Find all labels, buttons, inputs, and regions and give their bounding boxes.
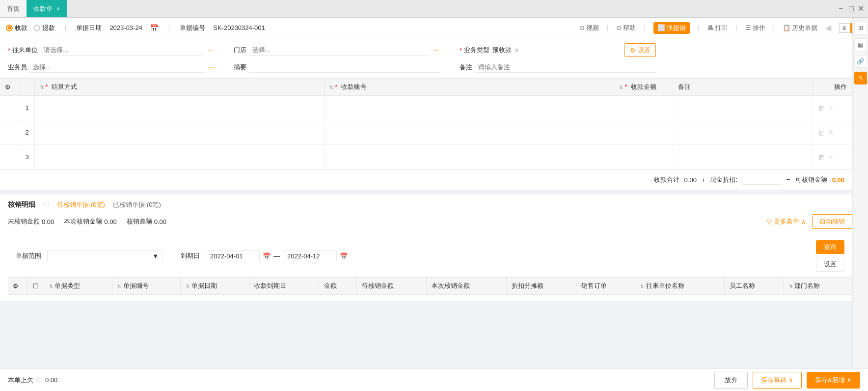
query-btn[interactable]: 查询 [816,240,844,254]
biztype-field: * 业务类型 预收款 ▼ ⚙ 设置 [460,43,656,57]
tab-home[interactable]: 首页 [0,0,27,17]
counterpart-label: 往来单位 [12,46,38,55]
history-btn[interactable]: 📋 历史单据 [783,24,817,32]
stats-row: 未核销金额 0.00 本次核销金额 0.00 核销差额 0.00 ▽ 更多条件 … [8,214,852,229]
settings-gear-icon: ⚙ [630,47,636,54]
nav-left[interactable]: ◀ [823,23,833,32]
salesperson-more-btn[interactable]: ··· [208,63,214,72]
calendar-icon-to[interactable]: 📅 [340,252,348,260]
diff-stat: 核销差额 0.00 [127,217,166,226]
date-from-input[interactable] [206,250,260,262]
row3-delete-icon[interactable]: 🗑 [818,153,825,161]
row2-remark[interactable] [673,120,813,145]
counterpart-more-btn[interactable]: ··· [208,46,214,55]
btcol-pending: 待核销金额 [357,278,427,295]
btcol-checkbox[interactable]: ☐ [27,278,44,295]
save-draft-arrow[interactable]: ∧ [788,376,793,384]
calendar-icon-from[interactable]: 📅 [263,252,271,260]
row2-account[interactable] [324,120,614,145]
main-form: * 往来单位 ··· 门店 ··· * 业务类型 预收款 ▼ [0,38,868,190]
minimize-btn[interactable]: － [837,3,845,14]
salesperson-input[interactable] [30,62,205,73]
row3-amount[interactable] [614,145,673,169]
discount-input[interactable] [742,175,782,185]
help-btn[interactable]: ⊙ 帮助 [616,24,636,32]
limit-info-icon[interactable]: ⓘ [36,376,42,384]
row3-settlement[interactable] [34,145,324,169]
row2-delete-icon[interactable]: 🗑 [818,129,825,137]
counterpart-input[interactable] [41,45,205,56]
range-label: 单据范围 [16,251,41,260]
video-btn[interactable]: ⊙ 视频 [579,24,599,32]
row2-settlement[interactable] [34,120,324,145]
row1-account[interactable] [324,96,614,120]
number-label: 单据编号 [180,24,205,32]
row3-copy-icon[interactable]: ⎘ [829,153,833,161]
total-value: 0.00 [684,176,697,184]
chevron-up-icon: ∧ [801,218,806,225]
range-select[interactable]: ▼ [47,250,163,262]
maximize-btn[interactable]: □ [849,4,854,13]
date-to-input[interactable] [283,250,337,262]
store-input[interactable] [249,45,431,56]
sidebar-edit-icon[interactable]: ✎ [854,72,867,84]
due-date-label: 到期日 [181,251,200,260]
done-tab[interactable]: 已核销单据 (0笔) [113,200,161,209]
save-new-arrow[interactable]: ∧ [847,376,852,384]
table-settings-btn[interactable]: 设置 [816,257,844,272]
radio-tuikuan-dot [33,25,40,31]
save-draft-btn[interactable]: 保存草稿 ∧ [753,372,802,389]
summary-row: 收款合计 0.00 + 现金折扣: = 可核销金额 0.00 [0,169,868,190]
list-view-btn[interactable]: ≡ [839,23,849,33]
col-remark: 备注 [673,79,813,96]
tab-shoukudan[interactable]: 收款单 × [27,0,67,17]
summary-input[interactable] [249,62,440,73]
store-more-btn[interactable]: ··· [434,46,440,55]
shortcut-btn[interactable]: ⬜ 快捷键 [653,22,690,34]
row3-account[interactable] [324,145,614,169]
btcol-due: 收款到期日 [249,278,319,295]
more-conditions-btn[interactable]: ▽ 更多条件 ∧ [767,217,806,226]
row1-delete-icon[interactable]: 🗑 [818,104,825,112]
remark-label: 备注 [460,63,472,72]
type-radio-group: 收款 退款 [6,24,55,32]
row1-copy-icon[interactable]: ⎘ [829,104,833,112]
toolbar-right: ⊙ 视频 | ⊙ 帮助 | ⬜ 快捷键 | 🖶 打印 | ☰ 操作 | 📋 历史… [579,22,862,34]
print-btn[interactable]: 🖶 打印 [707,24,728,32]
btcol-settings[interactable]: ⚙ [8,278,27,295]
row2-copy-icon[interactable]: ⎘ [829,129,833,137]
col-row-num [20,79,34,96]
date-filter: 到期日 📅 — 📅 [181,250,348,262]
footer-info: 本单上欠 ⓘ 0.00 [8,376,57,385]
radio-shoukuan[interactable]: 收款 [6,24,27,32]
row1-amount[interactable] [614,96,673,120]
settings-button[interactable]: ⚙ 设置 [624,43,656,57]
btcol-current: 本次核销金额 [426,278,506,295]
close-btn[interactable]: ✕ [858,4,864,13]
abandon-btn[interactable]: 放弃 [714,372,748,389]
col-settings[interactable]: ⚙ [0,79,20,96]
biztype-value: 预收款 [492,46,512,55]
tab-close-icon[interactable]: × [56,5,60,12]
save-new-btn[interactable]: 保存&新增 ∧ [807,372,860,389]
date-icon[interactable]: 📅 [150,24,159,32]
sidebar-table-icon[interactable]: ⊞ [854,22,867,34]
biztype-dropdown[interactable]: ▼ [514,47,520,54]
radio-tuikuan[interactable]: 退款 [33,24,55,32]
search-filters: 单据范围 ▼ 到期日 📅 — 📅 查询 设置 [8,235,852,277]
col-settlement: ⇅ * 结算方式 [34,79,324,96]
salesperson-label: 业务员 [8,63,27,72]
pending-tab[interactable]: 待核销单据 (0笔) [57,200,105,209]
reconcile-info-icon[interactable]: ⓘ [43,201,49,209]
row3-remark[interactable] [673,145,813,169]
row1-remark[interactable] [673,96,813,120]
operation-btn[interactable]: ☰ 操作 [745,24,765,32]
row2-amount[interactable] [614,120,673,145]
auto-reconcile-btn[interactable]: 自动核销 [812,214,852,229]
sidebar-link-icon[interactable]: 🔗 [854,55,867,68]
row1-settlement[interactable] [34,96,324,120]
date-range-dash: — [273,252,280,260]
section-divider [0,190,868,195]
sidebar-list-icon[interactable]: ▦ [854,38,867,51]
remark-input[interactable] [475,62,656,73]
